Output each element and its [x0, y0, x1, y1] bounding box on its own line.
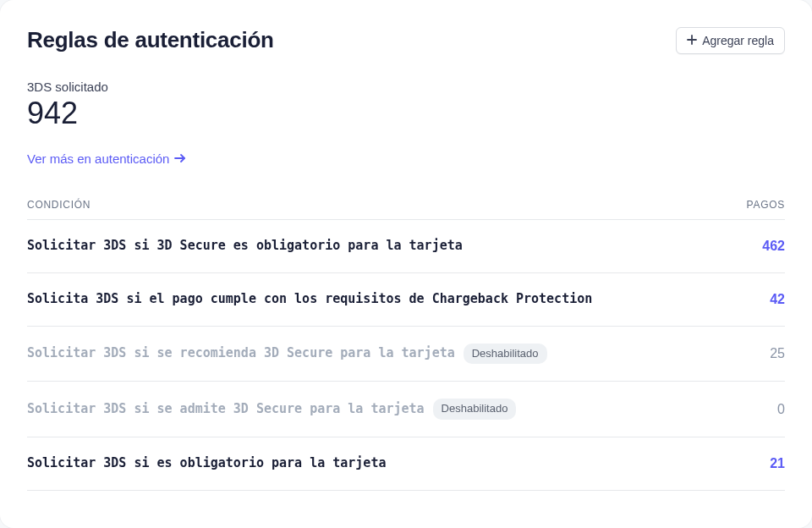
auth-rules-panel: Reglas de autenticación Agregar regla 3D… [0, 0, 812, 528]
disabled-badge: Deshabilitado [433, 399, 517, 420]
table-row[interactable]: Solicitar 3DS si se admite 3D Secure par… [27, 382, 785, 437]
table-header: CONDICIÓN PAGOS [27, 199, 785, 220]
rules-table: CONDICIÓN PAGOS Solicitar 3DS si 3D Secu… [27, 199, 785, 491]
condition-text: Solicita 3DS si el pago cumple con los r… [27, 290, 592, 309]
condition-cell: Solicitar 3DS si es obligatorio para la … [27, 454, 386, 473]
condition-text: Solicitar 3DS si es obligatorio para la … [27, 454, 386, 473]
view-more-link[interactable]: Ver más en autenticación [27, 151, 186, 166]
payments-cell: 462 [743, 239, 785, 254]
condition-cell: Solicitar 3DS si se recomienda 3D Secure… [27, 344, 547, 365]
condition-text: Solicitar 3DS si 3D Secure es obligatori… [27, 237, 463, 256]
condition-cell: Solicitar 3DS si se admite 3D Secure par… [27, 399, 516, 420]
condition-text: Solicitar 3DS si se admite 3D Secure par… [27, 400, 425, 419]
plus-icon [687, 34, 697, 47]
table-row[interactable]: Solicitar 3DS si 3D Secure es obligatori… [27, 220, 785, 273]
stat-label: 3DS solicitado [27, 80, 785, 94]
add-rule-label: Agregar regla [702, 34, 774, 47]
col-payments: PAGOS [747, 199, 785, 211]
stat-value: 942 [27, 96, 785, 131]
col-condition: CONDICIÓN [27, 199, 91, 211]
arrow-right-icon [174, 151, 186, 166]
condition-cell: Solicita 3DS si el pago cumple con los r… [27, 290, 592, 309]
payments-cell: 0 [743, 402, 785, 417]
table-row[interactable]: Solicitar 3DS si se recomienda 3D Secure… [27, 327, 785, 382]
condition-text: Solicitar 3DS si se recomienda 3D Secure… [27, 344, 455, 363]
disabled-badge: Deshabilitado [464, 344, 547, 365]
add-rule-button[interactable]: Agregar regla [676, 27, 785, 54]
view-more-text: Ver más en autenticación [27, 151, 169, 166]
table-row[interactable]: Solicitar 3DS si es obligatorio para la … [27, 437, 785, 491]
payments-cell: 25 [743, 346, 785, 361]
condition-cell: Solicitar 3DS si 3D Secure es obligatori… [27, 237, 463, 256]
payments-cell: 21 [743, 456, 785, 471]
table-body: Solicitar 3DS si 3D Secure es obligatori… [27, 220, 785, 491]
table-row[interactable]: Solicita 3DS si el pago cumple con los r… [27, 273, 785, 327]
payments-cell: 42 [743, 292, 785, 307]
header-row: Reglas de autenticación Agregar regla [27, 27, 785, 54]
page-title: Reglas de autenticación [27, 27, 274, 53]
